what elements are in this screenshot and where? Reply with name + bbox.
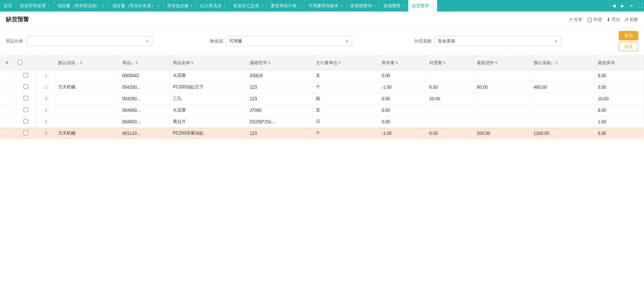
row-min-stock-3: 8.00 bbox=[595, 105, 644, 116]
row-product-code-5: 801110... bbox=[119, 128, 170, 139]
col-latest-price[interactable]: 最新进价 ⇅ bbox=[474, 56, 531, 70]
row-checkbox-3[interactable] bbox=[23, 107, 28, 112]
gear-settings-btn[interactable]: ⚙ bbox=[3, 59, 11, 67]
filter-select-datasource[interactable]: 可用量 ▼ bbox=[226, 36, 352, 46]
tab-nav-buttons: ◀ ▶ ✕ ⛶ bbox=[609, 0, 644, 12]
row-gear-cell-1 bbox=[0, 81, 14, 93]
setting-button[interactable]: 设置 bbox=[619, 42, 638, 51]
row-stock-2: 0.00 bbox=[379, 93, 426, 105]
filter-select-category[interactable]: ▼ bbox=[26, 36, 152, 46]
row-spec-5: 123 bbox=[247, 128, 313, 139]
tab-bar: 首页 拣货异常处理 × 现存量（库存状况表） × 现存量（库存分布表） × 库存… bbox=[0, 0, 644, 12]
tab-baozhi[interactable]: 保质期查询 × bbox=[347, 0, 380, 12]
row-est-purchase-5: 1200.00 bbox=[531, 128, 595, 139]
row-est-purchase-4 bbox=[531, 116, 595, 128]
table-header-row: ⚙ 默认供应... ⇅ 商品... bbox=[0, 56, 644, 70]
sort-icon-unit: ⇅ bbox=[338, 61, 341, 65]
close-tab-quehuo[interactable]: × bbox=[431, 4, 433, 8]
row-est-purchase-1: 480.00 bbox=[531, 81, 595, 93]
row-replenish-3 bbox=[426, 105, 474, 116]
refresh-button[interactable]: ↺ 刷新 bbox=[625, 17, 638, 23]
close-tab-xiancunliang2[interactable]: × bbox=[157, 4, 160, 8]
row-checkbox-0[interactable] bbox=[23, 73, 28, 78]
share-button[interactable]: ↗ 分享 bbox=[569, 17, 582, 23]
tab-shoufacun[interactable]: 收发存汇总表 × bbox=[230, 0, 267, 12]
col-rownum bbox=[37, 56, 55, 70]
tab-prev-btn[interactable]: ◀ bbox=[609, 0, 618, 12]
row-latest-price-1: 80.00 bbox=[474, 81, 531, 93]
row-stock-0: 0.00 bbox=[379, 70, 426, 81]
close-tab-baozhi[interactable]: × bbox=[374, 4, 376, 8]
tab-quehuo[interactable]: 缺货预警 × bbox=[408, 0, 437, 12]
col-product-name[interactable]: 商品名称 ⇅ bbox=[170, 56, 247, 70]
close-tab-yaohuo[interactable]: × bbox=[299, 4, 301, 8]
row-checkbox-1[interactable] bbox=[23, 84, 28, 89]
row-product-name-1: PC200油缸庄子 bbox=[170, 81, 247, 93]
close-tab-churukuliu[interactable]: × bbox=[223, 4, 226, 8]
row-product-code-2: 004200... bbox=[119, 93, 170, 105]
tab-fullscreen-btn[interactable]: ⛶ bbox=[635, 0, 644, 12]
tab-xiancunliang2[interactable]: 现存量（库存分布表） × bbox=[109, 0, 164, 12]
row-product-name-4: 离合片 bbox=[170, 116, 247, 128]
row-supplier-3 bbox=[55, 105, 119, 116]
col-stock[interactable]: 库存量 ⇅ bbox=[379, 56, 426, 70]
page-header: 缺货预警 ↗ 分享 📋 补货 ⬇ 导出 ↺ 刷新 bbox=[0, 12, 644, 27]
row-checkbox-cell-0 bbox=[14, 70, 37, 81]
table-row: 4 004600... 火花塞 J7092 支 0.00 8.00 bbox=[0, 105, 644, 116]
tab-kucunpizhang[interactable]: 库存批次账 × bbox=[164, 0, 197, 12]
table-row: 1 0000042 火花塞 SS816 支 0.00 8.00 bbox=[0, 70, 644, 81]
close-tab-jianhuo[interactable]: × bbox=[48, 4, 50, 8]
col-unit[interactable]: 主计量单位 ⇅ bbox=[313, 56, 379, 70]
row-product-name-0: 火花塞 bbox=[170, 70, 247, 81]
tab-chaochuyujing[interactable]: 超储预警 × bbox=[380, 0, 409, 12]
col-est-purchase[interactable]: 预计采购... ⇅ bbox=[531, 56, 595, 70]
tab-keyongliang[interactable]: 可用量库存账本 × bbox=[305, 0, 347, 12]
row-product-code-4: 004800... bbox=[119, 116, 170, 128]
row-num-4: 5 bbox=[37, 116, 55, 128]
col-supplier[interactable]: 默认供应... ⇅ bbox=[55, 56, 119, 70]
row-min-stock-5: 3.00 bbox=[595, 128, 644, 139]
row-product-name-3: 火花塞 bbox=[170, 105, 247, 116]
col-min-stock[interactable]: 最低库存 bbox=[595, 56, 644, 70]
filter-label-datasource: 数据源 bbox=[210, 38, 223, 44]
row-checkbox-cell-3 bbox=[14, 105, 37, 116]
row-checkbox-5[interactable] bbox=[23, 131, 28, 135]
col-gear[interactable]: ⚙ bbox=[0, 56, 14, 70]
tab-next-btn[interactable]: ▶ bbox=[618, 0, 627, 12]
filter-select-replenish-base[interactable]: 安全库存 ▼ bbox=[435, 36, 561, 46]
col-replenish[interactable]: 补货量 ⇅ bbox=[426, 56, 474, 70]
row-gear-cell-4 bbox=[0, 116, 14, 128]
row-supplier-5: 力天机械 bbox=[55, 128, 119, 139]
row-product-code-1: 004200... bbox=[119, 81, 170, 93]
select-all-checkbox[interactable] bbox=[18, 60, 22, 65]
query-button[interactable]: 查询 bbox=[619, 31, 638, 40]
row-num-5: 6 bbox=[37, 128, 55, 139]
row-product-code-0: 0000042 bbox=[119, 70, 170, 81]
close-tab-xiancunliang1[interactable]: × bbox=[103, 4, 105, 8]
sort-icon-est-purchase: ⇅ bbox=[555, 61, 558, 65]
row-checkbox-2[interactable] bbox=[23, 96, 28, 101]
sort-icon-spec: ⇅ bbox=[268, 61, 271, 65]
filter-group-replenish-base: 补货基数 安全库存 ▼ bbox=[414, 36, 612, 46]
close-tab-shoufacun[interactable]: × bbox=[261, 4, 263, 8]
table-body: 1 0000042 火花塞 SS816 支 0.00 8.00 2 力天机械 0… bbox=[0, 70, 644, 139]
tab-yaohuo[interactable]: 要货单统计表 × bbox=[267, 0, 305, 12]
close-tab-chaochuyujing[interactable]: × bbox=[402, 4, 405, 8]
tab-jianhuo[interactable]: 拣货异常处理 × bbox=[16, 0, 54, 12]
col-checkbox bbox=[14, 56, 37, 70]
row-checkbox-4[interactable] bbox=[23, 119, 28, 124]
row-stock-5: -1.00 bbox=[379, 128, 426, 139]
row-num-1: 2 bbox=[37, 81, 55, 93]
row-min-stock-1: 3.00 bbox=[595, 81, 644, 93]
export-button[interactable]: ⬇ 导出 bbox=[606, 17, 620, 23]
tab-churukuliu[interactable]: 出入库流水 × bbox=[196, 0, 230, 12]
col-product-code[interactable]: 商品... ⇅ bbox=[119, 56, 170, 70]
col-spec[interactable]: 规格型号 ⇅ bbox=[247, 56, 313, 70]
tab-home[interactable]: 首页 bbox=[0, 0, 16, 12]
close-tab-keyongliang[interactable]: × bbox=[340, 4, 343, 8]
tab-xiancunliang1[interactable]: 现存量（库存状况表） × bbox=[54, 0, 109, 12]
tab-close-all-btn[interactable]: ✕ bbox=[627, 0, 635, 12]
close-tab-kucunpizhang[interactable]: × bbox=[191, 4, 193, 8]
replenish-button[interactable]: 📋 补货 bbox=[587, 17, 602, 23]
table-row: 6 力天机械 801110... PC200张紧油缸 123 个 -1.00 6… bbox=[0, 128, 644, 139]
